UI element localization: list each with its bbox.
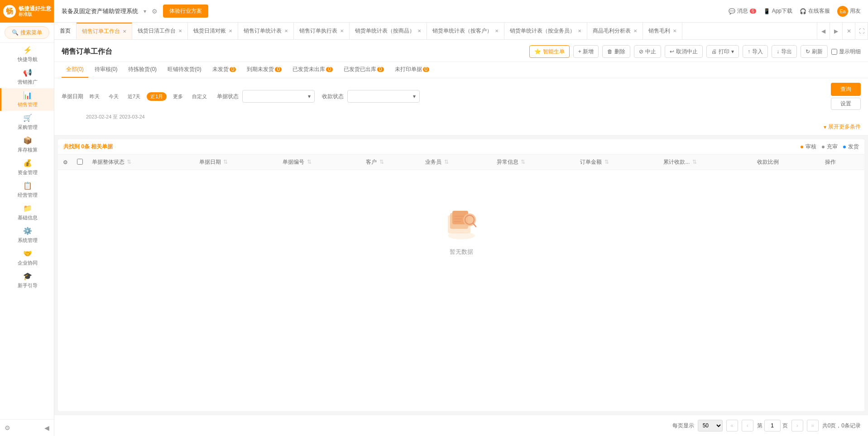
tab-cash-reconcile[interactable]: 钱货日清对账 ✕ <box>188 23 238 40</box>
th-exception[interactable]: 异常信息 ⇅ <box>492 155 575 170</box>
sidebar-nav-item-marketing[interactable]: 📢 营销推广 <box>0 66 54 88</box>
date-today[interactable]: 今天 <box>106 92 121 101</box>
payment-select[interactable]: ▾ <box>347 90 420 103</box>
refresh-button[interactable]: ↻ 刷新 <box>801 45 828 58</box>
show-detail-checkbox[interactable]: 显示明细 <box>831 48 861 56</box>
tab-sales-summary-customer[interactable]: 销货单统计表（按客户） ✕ <box>427 23 504 40</box>
per-page-select[interactable]: 50 100 200 <box>698 420 723 431</box>
tab-close-sales-profit[interactable]: ✕ <box>673 28 676 33</box>
sidebar-nav-item-collab[interactable]: 🤝 企业协同 <box>0 246 54 269</box>
filter-tab-all[interactable]: 全部(0) <box>62 62 88 78</box>
filter-tab-unprinted[interactable]: 未打印单据0 <box>390 62 434 78</box>
tab-sales-summary-staff[interactable]: 销货单统计表（按业务员） ✕ <box>504 23 587 40</box>
sidebar-nav-item-finance[interactable]: 💰 资金管理 <box>0 156 54 179</box>
select-all-checkbox[interactable] <box>77 159 83 165</box>
date-1month[interactable]: 近1月 <box>147 92 167 101</box>
online-service-button[interactable]: 🎧 在线客服 <box>800 7 830 15</box>
th-date[interactable]: 单据日期 ⇅ <box>195 155 278 170</box>
tab-sales-summary-product[interactable]: 销货单统计表（按商品） ✕ <box>350 23 427 40</box>
review-action[interactable]: 审核 <box>801 143 816 151</box>
sidebar-nav-item-sales[interactable]: 📊 销售管理 <box>0 88 54 111</box>
topbar-settings-icon[interactable]: ⚙ <box>152 8 158 15</box>
tab-home[interactable]: 首页 <box>54 23 77 40</box>
date-more[interactable]: 更多 <box>170 92 186 101</box>
th-collected[interactable]: 累计收款... ⇅ <box>659 155 752 170</box>
tab-cash-daily[interactable]: 钱货日清工作台 ✕ <box>132 23 188 40</box>
set-button[interactable]: 设置 <box>831 98 861 110</box>
filter-tab-shipped-stored[interactable]: 已发货已出库0 <box>339 62 388 78</box>
collapse-icon[interactable]: ◀ <box>44 424 49 431</box>
tab-sales-stats[interactable]: 销售订单统计表 ✕ <box>238 23 294 40</box>
pagination-next-button[interactable]: › <box>791 420 803 431</box>
th-customer[interactable]: 客户 ⇅ <box>361 155 421 170</box>
tab-sales-exec[interactable]: 销售订单执行表 ✕ <box>294 23 350 40</box>
filter-tab-unshipped[interactable]: 未发货0 <box>208 62 241 78</box>
cancel-stop-button[interactable]: ↩ 取消中止 <box>665 45 703 58</box>
tab-close-product-margin[interactable]: ✕ <box>633 28 637 33</box>
settings-icon[interactable]: ⚙ <box>5 424 10 431</box>
tab-close-sales-exec[interactable]: ✕ <box>340 28 344 33</box>
status-select[interactable]: ▾ <box>242 90 315 103</box>
pagination-first-button[interactable]: « <box>726 420 738 431</box>
th-number[interactable]: 单据编号 ⇅ <box>278 155 361 170</box>
unreviewed-action[interactable]: 充审 <box>822 143 838 151</box>
th-settings[interactable]: ⚙ <box>58 155 72 170</box>
tab-sales-profit[interactable]: 销售毛利 ✕ <box>643 23 682 40</box>
table-scroll-container[interactable]: ⚙ 单据整体状态 ⇅ 单据日期 ⇅ 单据编号 <box>58 155 864 411</box>
expand-button[interactable]: ▾ 展开更多条件 <box>824 123 861 131</box>
ship-action[interactable]: 发货 <box>843 143 859 151</box>
tab-close-summary-product[interactable]: ✕ <box>417 28 421 33</box>
show-detail-input[interactable] <box>831 49 837 55</box>
delete-button[interactable]: 🗑 删除 <box>602 45 630 58</box>
tab-close-sales-workbench[interactable]: ✕ <box>123 29 126 34</box>
stop-button[interactable]: ⊘ 中止 <box>634 45 661 58</box>
import-button[interactable]: ↑ 导入 <box>743 45 768 58</box>
pagination-prev-button[interactable]: ‹ <box>742 420 753 431</box>
user-menu[interactable]: Ea 用友 <box>837 6 861 17</box>
tabs-expand-button[interactable]: ⛶ <box>855 23 868 40</box>
tab-product-margin[interactable]: 商品毛利分析表 ✕ <box>587 23 643 40</box>
tab-close-summary-customer[interactable]: ✕ <box>495 28 499 33</box>
th-status[interactable]: 单据整体状态 ⇅ <box>87 155 195 170</box>
system-title: 装备及固定资产辅助管理系统 <box>62 7 138 15</box>
date-yesterday[interactable]: 昨天 <box>87 92 102 101</box>
new-button[interactable]: + 新增 <box>573 45 599 58</box>
search-menu-button[interactable]: 🔍 搜索菜单 <box>5 26 49 39</box>
tabs-close-all-button[interactable]: ✕ <box>843 23 855 40</box>
th-staff[interactable]: 业务员 ⇅ <box>421 155 492 170</box>
pagination-last-button[interactable]: » <box>807 420 819 431</box>
print-button[interactable]: 🖨 打印 ▾ <box>706 45 739 58</box>
app-download-button[interactable]: 📱 App下载 <box>763 7 792 15</box>
message-button[interactable]: 💬 消息 6 <box>729 7 756 15</box>
sidebar-nav-item-operation[interactable]: 📋 经营管理 <box>0 179 54 201</box>
tab-close-sales-stats[interactable]: ✕ <box>284 28 288 33</box>
sidebar-nav-item-system[interactable]: ⚙️ 系统管理 <box>0 224 54 246</box>
sidebar-nav-item-basic[interactable]: 📁 基础信息 <box>0 201 54 224</box>
tab-close-cash-reconcile[interactable]: ✕ <box>229 28 232 33</box>
th-amount[interactable]: 订单金额 ⇅ <box>575 155 659 170</box>
filter-tab-pending-inspect[interactable]: 待拣验货(0) <box>124 62 161 78</box>
search-icon: 🔍 <box>12 29 19 36</box>
smart-create-button[interactable]: ⭐ 智能生单 <box>529 45 570 58</box>
sidebar-nav-item-inventory[interactable]: 📦 库存核算 <box>0 133 54 156</box>
tab-close-cash-daily[interactable]: ✕ <box>178 28 182 33</box>
system-dropdown-icon[interactable]: ▾ <box>144 8 146 14</box>
filter-tab-shipped-not-stored[interactable]: 已发货未出库0 <box>288 62 337 78</box>
filter-tab-pending-review[interactable]: 待审核(0) <box>90 62 122 78</box>
sidebar-nav-item-quicknav[interactable]: ⚡ 快捷导航 <box>0 43 54 66</box>
tabs-next-button[interactable]: ▶ <box>830 23 843 40</box>
industry-plan-button[interactable]: 体验行业方案 <box>163 5 208 18</box>
tab-close-summary-staff[interactable]: ✕ <box>578 28 581 33</box>
query-button[interactable]: 查询 <box>831 83 861 96</box>
sidebar-nav-item-purchase[interactable]: 🛒 采购管理 <box>0 111 54 133</box>
sidebar-nav-item-guide[interactable]: 🎓 新手引导 <box>0 269 54 292</box>
filter-tab-overdue-unshipped[interactable]: 到期未发货0 <box>242 62 286 78</box>
filter-tab-wangpu-ship[interactable]: 旺铺待发货(0) <box>163 62 206 78</box>
th-checkbox[interactable] <box>72 155 87 170</box>
date-7days[interactable]: 近7天 <box>125 92 143 101</box>
tabs-prev-button[interactable]: ◀ <box>817 23 830 40</box>
date-custom[interactable]: 自定义 <box>189 92 210 101</box>
tab-sales-workbench[interactable]: 销售订单工作台 ✕ <box>77 23 132 40</box>
pagination-input[interactable] <box>764 420 781 431</box>
export-button[interactable]: ↓ 导出 <box>772 45 797 58</box>
